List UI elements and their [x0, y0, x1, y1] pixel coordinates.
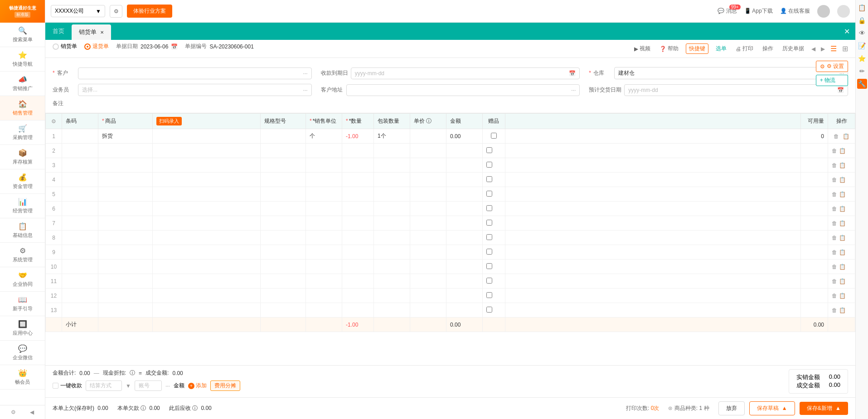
sidebar-label-wechat: 企业微信: [13, 354, 33, 361]
user-avatar2[interactable]: [837, 5, 850, 18]
message-btn[interactable]: 💬 消息 99+: [718, 7, 737, 15]
summary-box: 实销金额 0.00 成交金额 0.00: [789, 369, 848, 394]
finance-icon: 💰: [18, 173, 27, 182]
history-btn[interactable]: 历史单据: [781, 44, 806, 53]
grid-view-icon[interactable]: ⊞: [842, 44, 848, 53]
table-row: 10🗑📋: [46, 260, 855, 274]
sidebar-item-coop[interactable]: 🤝 企业协同: [0, 267, 45, 292]
scan-btn-header[interactable]: 扫码录入: [153, 114, 261, 129]
settings-button[interactable]: ⚙: [110, 5, 122, 18]
fee-btn[interactable]: 费用分摊: [210, 380, 240, 391]
row-barcode-1[interactable]: [62, 129, 98, 144]
salesperson-input[interactable]: 选择... ···: [78, 84, 312, 96]
sidebar-item-purchase[interactable]: 🛒 采购管理: [0, 120, 45, 145]
video-btn[interactable]: ▶ 视频: [632, 44, 652, 53]
save-new-btn[interactable]: 保存&新增 ▲: [800, 402, 848, 415]
radio-return[interactable]: 退货单: [84, 43, 109, 50]
sidebar-item-marketing[interactable]: 📣 营销推广: [0, 72, 45, 96]
save-draft-dropdown-icon[interactable]: ▲: [782, 405, 787, 411]
right-icon-2[interactable]: 🔒: [857, 15, 867, 25]
shortcut-btn[interactable]: 快捷键: [686, 43, 708, 54]
sidebar-item-finance[interactable]: 💰 资金管理: [0, 169, 45, 194]
right-icon-3[interactable]: 👁: [857, 28, 867, 38]
delete-icon-1[interactable]: 🗑: [834, 133, 839, 140]
online-service-btn[interactable]: 👤 在线客服: [780, 7, 810, 15]
subtotal-avail: 0.00: [801, 318, 828, 332]
gift-checkbox-2[interactable]: [486, 147, 492, 153]
customer-addr-input[interactable]: ···: [346, 84, 580, 96]
right-icon-4[interactable]: 📝: [857, 41, 867, 51]
sidebar-item-guide[interactable]: 📖 新手引导: [0, 292, 45, 316]
row-pkgqty-1[interactable]: 1个: [373, 129, 410, 144]
sidebar-item-system[interactable]: ⚙ 系统管理: [0, 243, 45, 267]
tab-close-icon[interactable]: ✕: [100, 30, 104, 35]
col-settings-icon[interactable]: ⚙: [46, 114, 62, 129]
delete-icon-2[interactable]: 🗑: [832, 148, 837, 154]
customer-input[interactable]: ···: [78, 67, 312, 79]
list-view-icon[interactable]: ☰: [830, 44, 837, 53]
expected-cal-icon[interactable]: 📅: [837, 87, 844, 93]
dropdown-icon: ▼: [96, 8, 101, 14]
sidebar-item-inventory[interactable]: 📦 库存核算: [0, 145, 45, 169]
calendar-icon[interactable]: 📅: [171, 43, 178, 50]
row-unit-1[interactable]: 个: [305, 129, 342, 144]
tab-sales-order[interactable]: 销货单 ✕: [72, 24, 111, 40]
sidebar-item-search[interactable]: 🔍 搜索菜单: [0, 23, 45, 47]
sidebar-item-sales[interactable]: 🏠 销售管理: [0, 96, 45, 120]
operate-btn[interactable]: 操作: [761, 44, 775, 53]
row-price-1[interactable]: [410, 129, 446, 144]
expected-date-input[interactable]: yyyy-mm-dd 📅: [624, 84, 848, 96]
save-new-dropdown-icon[interactable]: ▲: [835, 405, 841, 411]
one-click-pay[interactable]: 一键收款: [53, 382, 82, 390]
warehouse-input[interactable]: 建材仓 ···: [614, 67, 848, 79]
row-amount-1[interactable]: 0.00: [446, 129, 482, 144]
sidebar-item-operation[interactable]: 📊 经营管理: [0, 194, 45, 218]
radio-sale-circle: [53, 43, 59, 50]
row-qty-1[interactable]: -1.00: [342, 129, 373, 144]
radio-sale[interactable]: 销货单: [53, 43, 77, 50]
due-date-input[interactable]: yyyy-mm-dd 📅: [351, 67, 580, 79]
due-date-calendar-icon[interactable]: 📅: [569, 70, 576, 77]
acct-dots[interactable]: ···: [165, 383, 170, 389]
sidebar-item-member[interactable]: 👑 畅会员: [0, 365, 45, 390]
logistics-btn[interactable]: + 物流: [816, 75, 848, 86]
sidebar-settings-icon[interactable]: ⚙: [11, 409, 16, 415]
tabbar-close-icon[interactable]: ✕: [839, 27, 855, 36]
save-draft-btn[interactable]: 保存草稿 ▲: [749, 401, 795, 415]
abandon-btn[interactable]: 放弃: [718, 401, 745, 415]
trial-btn[interactable]: 体验行业方案: [127, 5, 172, 18]
right-icon-5[interactable]: ⭐: [857, 53, 867, 63]
sidebar-item-quick-nav[interactable]: ⭐ 快捷导航: [0, 47, 45, 72]
tab-home[interactable]: 首页: [45, 23, 72, 40]
row-gift-1[interactable]: [482, 129, 505, 144]
sidebar-item-basic[interactable]: 📋 基础信息: [0, 218, 45, 243]
sidebar-collapse-icon[interactable]: ◀: [30, 409, 34, 415]
right-icon-1[interactable]: 📋: [857, 3, 867, 13]
app-download-btn[interactable]: 📱 App下载: [744, 7, 773, 15]
purchase-icon: 🛒: [18, 124, 27, 133]
sidebar-item-apps[interactable]: 🔲 应用中心: [0, 316, 45, 341]
row-spec-1[interactable]: [260, 129, 305, 144]
user-avatar[interactable]: [817, 5, 830, 18]
help-btn[interactable]: ❓ 帮助: [658, 44, 680, 53]
method-dropdown-icon[interactable]: ▼: [126, 383, 131, 389]
row-product-1[interactable]: 拆货: [98, 129, 153, 144]
copy-icon-2[interactable]: 📋: [839, 148, 846, 154]
gift-checkbox-1[interactable]: [491, 133, 497, 139]
table-row: 2🗑📋: [46, 144, 855, 158]
form-settings-btn[interactable]: ⚙ ⚙ 设置: [816, 61, 848, 72]
print-btn[interactable]: 🖨 打印: [734, 44, 755, 53]
right-icon-7[interactable]: 🔧: [857, 79, 867, 89]
next-icon[interactable]: ▶: [821, 46, 825, 52]
scan-btn[interactable]: 扫码录入: [156, 117, 182, 125]
sidebar-item-wechat[interactable]: 💬 企业微信: [0, 341, 45, 365]
toolbar: 销货单 退货单 单据日期 2023-06-06 📅 单据编号 SA-202306…: [45, 40, 855, 58]
right-icon-6[interactable]: ✏: [857, 66, 867, 76]
prev-icon[interactable]: ◀: [811, 46, 815, 52]
app-edition: 标准版: [15, 12, 30, 18]
due-date-label: 收款到期日: [321, 69, 348, 77]
company-selector[interactable]: XXXXX公司 ▼: [51, 5, 105, 17]
copy-icon-1[interactable]: 📋: [843, 133, 849, 140]
add-btn[interactable]: + 添加: [188, 382, 207, 390]
select-btn[interactable]: 选单: [714, 44, 728, 53]
